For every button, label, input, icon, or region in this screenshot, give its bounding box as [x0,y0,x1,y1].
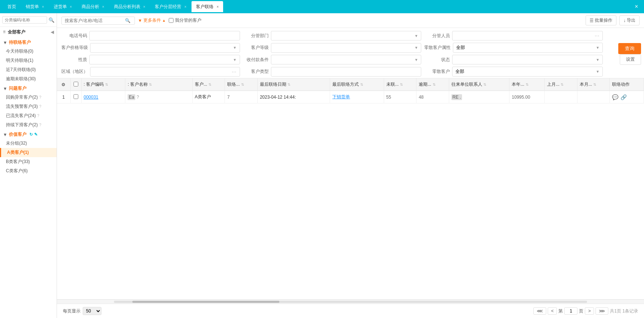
filter-bar: 🔍 ▼ 更多条件 ▲ 我分管的客户 ☰ 批量操作 ↓ 导出 [57,13,644,28]
sidebar-item-tomorrow[interactable]: 明天待联络(1) [0,56,57,65]
field-customer-level-label: 客户等级 [243,45,269,51]
last-page-btn[interactable]: ⋙ [595,307,608,315]
field-dept-select[interactable]: ▼ [271,31,422,40]
field-scatter-customer-select[interactable]: 全部 ▼ [452,67,603,77]
field-price-level-select[interactable]: ▼ [90,43,240,53]
caret-down-icon: ▲ [162,18,166,22]
row-select-checkbox[interactable] [74,94,78,99]
sort-person-icon[interactable]: ⇅ [483,82,486,86]
field-dept: 分管部门 ▼ [243,31,422,40]
sidebar-item-ungrouped[interactable]: 未分组(32) [0,139,57,148]
help-icon-2[interactable]: ? [37,114,39,118]
my-customers-checkbox[interactable] [169,18,173,23]
nav-goods-list-close[interactable]: × [143,5,146,9]
sidebar-all-customers-header[interactable]: ⠿ 全部客户 ◀ [0,27,57,38]
more-filters-btn[interactable]: ▼ 更多条件 ▲ [138,17,166,24]
payment-caret-icon: ▼ [414,58,418,62]
nav-purchase-close[interactable]: × [70,5,72,9]
sidebar-item-churn-warning[interactable]: 流失预警客户(3) ? [0,102,57,111]
data-table: ⚙ : 客户编码 ⇅ : 客户名称 ⇅ [57,78,644,103]
customer-level-caret-icon: ▼ [414,46,418,50]
search-input[interactable] [65,18,124,23]
col-settings[interactable]: ⚙ [57,78,70,91]
query-btn[interactable]: 查询 [618,43,641,54]
field-customer-level: 客户等级 ▼ [243,43,422,53]
sort-code-icon[interactable]: ⇅ [105,82,108,86]
sort-type-icon[interactable]: ⇅ [208,82,211,86]
help-icon-1[interactable]: ? [39,105,42,109]
row-contact-person: RE . [449,91,509,103]
nav-home[interactable]: 首页 [3,1,21,12]
sort-overdue-icon[interactable]: ⇅ [433,82,436,86]
field-status-select[interactable]: ▼ [452,55,603,64]
sort-date-icon[interactable]: ⇅ [287,82,290,86]
edit-icon[interactable]: ✎ [34,132,37,137]
page-size-select[interactable]: 10 20 50 100 [83,307,101,315]
sidebar-collapse-icon[interactable]: ◀ [51,30,54,35]
sidebar-item-class-b[interactable]: B类客户(33) [0,157,57,166]
sidebar-item-7days[interactable]: 近7天待联络(0) [0,65,57,74]
field-scatter-attr-select[interactable]: 全部 ▼ [453,43,603,53]
help-icon-0[interactable]: ? [39,95,42,99]
field-phone-input[interactable] [89,31,240,40]
chat-icon[interactable]: 💬 [612,94,618,100]
sort-name-icon[interactable]: ⇅ [149,82,152,86]
page-number-input[interactable] [564,307,577,315]
sidebar-item-repurchase-abnormal[interactable]: 回购异常客户(2) ? [0,93,57,102]
first-page-btn[interactable]: ⋘ [533,307,546,315]
sidebar-item-declining[interactable]: 持续下滑客户(2) ? [0,120,57,130]
sidebar-item-churned[interactable]: 已流失客户(24) ? [0,111,57,120]
close-all-btn[interactable]: × [632,3,641,10]
col-last-date: 最后联络日期 ⇅ [257,78,330,91]
sort-uncontacted-icon[interactable]: ⇅ [400,82,403,86]
sidebar-item-today[interactable]: 今天待联络(0) [0,47,57,56]
search-icon[interactable]: 🔍 [125,18,130,23]
sort-method-icon[interactable]: ⇅ [360,82,363,86]
link-icon[interactable]: 🔗 [620,94,627,100]
field-manager-input[interactable]: ··· [452,31,603,40]
sort-contact-icon[interactable]: ⇅ [241,82,244,86]
col-last-method: 最后联络方式 ⇅ [330,78,384,91]
refresh-icon[interactable]: ↻ [29,132,33,137]
row-last-method[interactable]: 下销货单 [330,91,384,103]
filter-fields: 电话号码 分管部门 ▼ 分管人员 ··· [57,31,607,77]
nav-customer-tier-close[interactable]: × [184,5,186,9]
sort-year-icon[interactable]: ⇅ [526,82,529,86]
sidebar-item-class-c[interactable]: C类客户(6) [0,166,57,176]
nav-customer-contact-close[interactable]: × [217,5,219,9]
nav-customer-contact[interactable]: 客户联络 × [192,1,223,12]
sort-lmonth-icon[interactable]: ⇅ [561,82,564,86]
nav-sales[interactable]: 销货单 × [21,1,49,12]
nav-customer-tier[interactable]: 客户分层经营 × [150,1,191,12]
nav-purchase[interactable]: 进货单 × [49,1,76,12]
prev-page-btn[interactable]: < [548,307,557,315]
sidebar-item-class-a[interactable]: A类客户(1) [0,148,57,157]
col-code: : 客户编码 ⇅ [81,78,125,91]
export-btn[interactable]: ↓ 导出 [619,15,640,25]
nav-goods-analysis[interactable]: 商品分析 × [77,1,109,12]
sort-tmonth-icon[interactable]: ⇅ [593,82,596,86]
sidebar-search-input[interactable] [2,16,47,24]
sidebar-item-overdue[interactable]: 逾期未联络(30) [0,74,57,84]
field-customer-level-select[interactable]: ▼ [271,43,422,53]
nav-goods-analysis-list[interactable]: 商品分析列表 × [110,1,150,12]
row-type: A类客户 [192,91,225,103]
filter-icon: ▼ [138,18,142,23]
settings-btn[interactable]: 设置 [620,54,641,65]
scrollbar-thumb[interactable] [132,301,279,303]
field-region-input[interactable]: ··· [90,67,240,77]
batch-operations-btn[interactable]: ☰ 批量操作 [586,15,616,25]
settings-icon[interactable]: ⚙ [61,82,65,87]
sidebar-search-icon[interactable]: 🔍 [49,17,54,23]
field-payment: 收付款条件 ▼ [243,55,422,64]
field-nature-select[interactable]: ▼ [89,55,240,64]
select-all-checkbox[interactable] [74,82,78,86]
nav-sales-close[interactable]: × [42,5,44,9]
field-customer-type-input[interactable] [271,67,422,77]
nav-goods-analysis-close[interactable]: × [102,5,104,9]
help-icon-3[interactable]: ? [39,123,42,127]
next-page-btn[interactable]: > [585,307,594,315]
field-payment-select[interactable]: ▼ [271,55,422,64]
row-code[interactable]: 000031 [81,91,125,103]
horizontal-scrollbar[interactable] [57,299,644,304]
